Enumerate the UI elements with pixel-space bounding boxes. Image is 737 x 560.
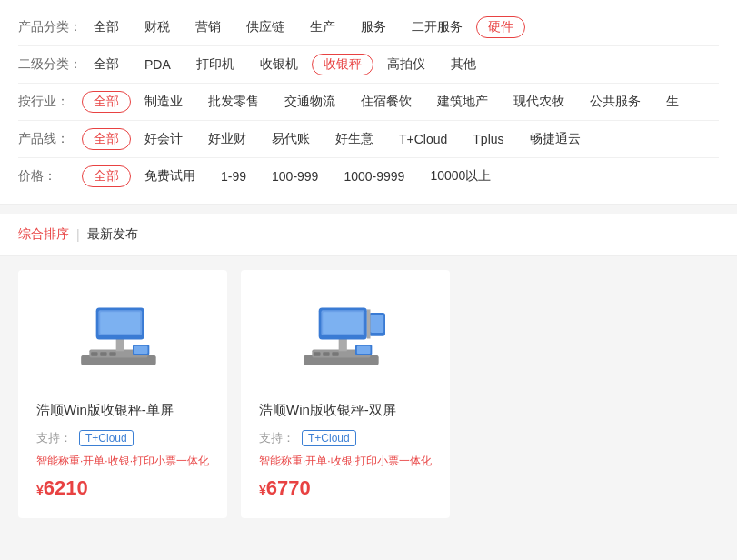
products-area: 浩顺Win版收银秤-单屏 支持： T+Cloud 智能称重·开单·收银·打印小票… <box>0 256 737 532</box>
svg-rect-22 <box>314 352 320 356</box>
sort-comprehensive[interactable]: 综合排序 <box>18 223 69 246</box>
product-price-2: ¥6770 <box>259 476 432 500</box>
sub-pda[interactable]: PDA <box>133 55 183 75</box>
svg-rect-24 <box>332 352 338 356</box>
product-card-2[interactable]: 浩顺Win版收银秤-双屏 支持： T+Cloud 智能称重·开单·收银·打印小票… <box>241 270 450 518</box>
price-10000plus[interactable]: 10000以上 <box>418 165 503 187</box>
filter-section: 产品分类： 全部 财税 营销 供应链 生产 服务 二开服务 硬件 二级分类： 全… <box>0 0 737 205</box>
sort-bar: 综合排序 | 最新发布 <box>0 214 737 256</box>
sub-cashier[interactable]: 收银机 <box>248 54 310 75</box>
industry-all[interactable]: 全部 <box>82 91 131 113</box>
category-label: 产品分类： <box>18 19 82 35</box>
support-label-2: 支持： <box>259 430 294 446</box>
price-all[interactable]: 全部 <box>82 165 131 187</box>
svg-rect-16 <box>323 312 363 334</box>
svg-rect-5 <box>100 312 140 334</box>
support-row-1: 支持： T+Cloud <box>36 430 209 446</box>
sub-all[interactable]: 全部 <box>82 54 131 75</box>
industry-agri[interactable]: 现代农牧 <box>502 91 576 113</box>
product-image-area-1 <box>36 288 209 388</box>
sort-divider: | <box>69 227 87 242</box>
svg-rect-23 <box>323 352 329 356</box>
price-1000-9999[interactable]: 1000-9999 <box>332 166 416 186</box>
price-symbol-2: ¥ <box>259 483 266 497</box>
subcategory-label: 二级分类： <box>18 56 82 73</box>
sub-printer[interactable]: 打印机 <box>184 54 246 75</box>
price-value-2: 6770 <box>266 476 311 499</box>
svg-rect-10 <box>109 352 115 356</box>
sub-cashier-scale[interactable]: 收银秤 <box>312 54 373 75</box>
svg-rect-7 <box>134 345 148 353</box>
price-free[interactable]: 免费试用 <box>133 165 207 187</box>
industry-filter-row: 按行业： 全部 制造业 批发零售 交通物流 住宿餐饮 建筑地产 现代农牧 公共服… <box>18 84 719 121</box>
industry-manufacturing[interactable]: 制造业 <box>133 91 194 113</box>
svg-rect-18 <box>371 314 384 332</box>
product-line-filter-row: 产品线： 全部 好会计 好业财 易代账 好生意 T+Cloud Tplus 畅捷… <box>18 121 719 158</box>
category-items: 全部 财税 营销 供应链 生产 服务 二开服务 硬件 <box>82 16 719 38</box>
category-all[interactable]: 全部 <box>82 16 131 38</box>
line-all[interactable]: 全部 <box>82 128 131 150</box>
price-1-99[interactable]: 1-99 <box>209 166 258 186</box>
product-price-1: ¥6210 <box>36 476 209 500</box>
industry-wholesale[interactable]: 批发零售 <box>196 91 271 113</box>
category-finance[interactable]: 财税 <box>133 16 182 38</box>
svg-rect-19 <box>367 309 371 338</box>
product-card-1[interactable]: 浩顺Win版收银秤-单屏 支持： T+Cloud 智能称重·开单·收银·打印小票… <box>18 270 227 518</box>
product-name-2: 浩顺Win版收银秤-双屏 <box>259 402 432 419</box>
price-value-1: 6210 <box>44 476 88 499</box>
svg-rect-9 <box>100 352 106 356</box>
industry-construction[interactable]: 建筑地产 <box>425 91 500 113</box>
category-filter-row: 产品分类： 全部 财税 营销 供应链 生产 服务 二开服务 硬件 <box>18 9 719 46</box>
pos-machine-icon-1 <box>73 300 173 377</box>
support-badge-1: T+Cloud <box>79 430 134 446</box>
product-line-items: 全部 好会计 好业财 易代账 好生意 T+Cloud Tplus 畅捷通云 <box>82 128 719 150</box>
line-changjietong[interactable]: 畅捷通云 <box>518 128 593 150</box>
subcategory-filter-row: 二级分类： 全部 PDA 打印机 收银机 收银秤 高拍仪 其他 <box>18 46 719 84</box>
product-name-1: 浩顺Win版收银秤-单屏 <box>36 402 209 419</box>
category-marketing[interactable]: 营销 <box>184 16 233 38</box>
svg-rect-8 <box>91 352 97 356</box>
product-image-area-2 <box>259 288 432 388</box>
sub-high-camera[interactable]: 高拍仪 <box>375 54 437 75</box>
industry-public[interactable]: 公共服务 <box>578 91 652 113</box>
line-easy-account[interactable]: 易代账 <box>260 128 322 150</box>
pos-machine-icon-2 <box>295 300 395 377</box>
product-desc-1: 智能称重·开单·收银·打印小票一体化 <box>36 454 209 469</box>
support-row-2: 支持： T+Cloud <box>259 430 432 446</box>
price-label: 价格： <box>18 168 82 185</box>
category-hardware[interactable]: 硬件 <box>476 16 525 38</box>
category-service[interactable]: 服务 <box>349 16 398 38</box>
category-production[interactable]: 生产 <box>298 16 347 38</box>
category-open[interactable]: 二开服务 <box>400 16 474 38</box>
line-business[interactable]: 好生意 <box>324 128 385 150</box>
line-accounting[interactable]: 好会计 <box>133 128 194 150</box>
line-tplus[interactable]: Tplus <box>461 129 515 149</box>
subcategory-items: 全部 PDA 打印机 收银机 收银秤 高拍仪 其他 <box>82 54 719 75</box>
industry-hospitality[interactable]: 住宿餐饮 <box>349 91 423 113</box>
industry-more[interactable]: 生 <box>654 91 691 113</box>
support-badge-2: T+Cloud <box>302 430 356 446</box>
price-filter-row: 价格： 全部 免费试用 1-99 100-999 1000-9999 10000… <box>18 158 719 195</box>
svg-rect-21 <box>357 345 371 353</box>
price-symbol-1: ¥ <box>36 483 44 497</box>
price-100-999[interactable]: 100-999 <box>260 166 330 186</box>
sort-latest[interactable]: 最新发布 <box>87 223 138 246</box>
industry-items: 全部 制造业 批发零售 交通物流 住宿餐饮 建筑地产 现代农牧 公共服务 生 <box>82 91 719 113</box>
industry-label: 按行业： <box>18 94 82 110</box>
line-tcloud[interactable]: T+Cloud <box>387 129 459 149</box>
category-supply[interactable]: 供应链 <box>234 16 296 38</box>
price-items: 全部 免费试用 1-99 100-999 1000-9999 10000以上 <box>82 165 719 187</box>
line-finance2[interactable]: 好业财 <box>196 128 258 150</box>
sub-other[interactable]: 其他 <box>439 54 488 75</box>
product-desc-2: 智能称重·开单·收银·打印小票一体化 <box>259 454 432 469</box>
industry-transport[interactable]: 交通物流 <box>273 91 347 113</box>
product-line-label: 产品线： <box>18 131 82 147</box>
support-label-1: 支持： <box>36 430 72 446</box>
